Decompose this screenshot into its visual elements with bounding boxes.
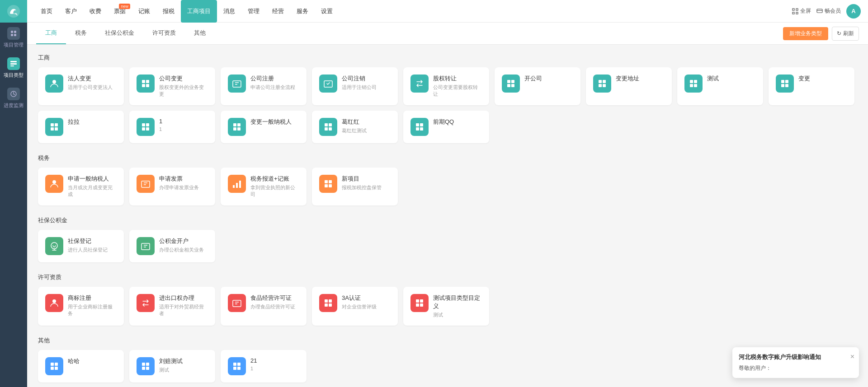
card-change-taxpayer[interactable]: 变更一般纳税人 (221, 111, 307, 143)
card-num1[interactable]: 1 1 (129, 111, 215, 143)
svg-rect-57 (420, 123, 423, 126)
card-new-project[interactable]: 新项目 报税加税控盘保管 (312, 168, 398, 205)
svg-rect-87 (55, 363, 58, 366)
svg-rect-25 (511, 80, 514, 83)
license-card-grid: 商标注册 用于企业商标注册服务 进出口权办理 适用于对外贸易经营者 (38, 287, 857, 326)
card-test1[interactable]: 测试 (677, 67, 763, 105)
sidebar-item-progress-monitor[interactable]: 进度监测 (0, 83, 27, 113)
card-company-change[interactable]: 公司变更 股权变更外的业务变更 (129, 67, 215, 105)
svg-rect-44 (142, 123, 145, 126)
card-company-register[interactable]: 公司注册 申请公司注册全流程 (221, 67, 307, 105)
nav-home[interactable]: 首页 (34, 0, 59, 23)
svg-rect-9 (793, 9, 794, 10)
refresh-button[interactable]: ↻ 刷新 (832, 27, 859, 41)
user-avatar[interactable]: A (846, 4, 861, 19)
card-haha[interactable]: 哈哈 (38, 350, 124, 382)
card-lala[interactable]: 拉拉 (38, 111, 124, 143)
card-apply-taxpayer[interactable]: 申请一般纳税人 当月或次月成变更完成 (38, 168, 124, 205)
3a-cert-icon (319, 294, 337, 312)
project-type-icon (7, 57, 20, 70)
svg-rect-43 (55, 127, 58, 131)
card-company-cancel[interactable]: 公司注销 适用于注销公司 (312, 67, 398, 105)
svg-rect-45 (146, 123, 149, 126)
nav-industry[interactable]: 工商项目 (181, 0, 217, 23)
svg-rect-80 (325, 303, 328, 307)
nav-accounting[interactable]: 记账 (132, 0, 156, 23)
fullscreen-btn[interactable]: 全屏 (792, 7, 811, 15)
tab-social-fund[interactable]: 社保公积金 (96, 23, 143, 44)
svg-point-60 (52, 180, 56, 184)
card-change1[interactable]: 变更 (769, 67, 854, 105)
nav-manage[interactable]: 管理 (241, 0, 266, 23)
card-liupei-test[interactable]: 刘赔测试 测试 (129, 350, 215, 382)
sidebar-item-project-mgmt[interactable]: 项目管理 (0, 23, 27, 53)
invoice-badge: new (119, 4, 130, 9)
num1-icon (137, 118, 155, 136)
svg-rect-71 (142, 243, 150, 250)
card-equity-transfer[interactable]: 股权转让 公司变更需要股权转让 (403, 67, 489, 105)
card-3a-cert[interactable]: 3A认证 对企业信誉评级 (312, 287, 398, 326)
svg-rect-82 (416, 299, 419, 303)
sidebar-item-project-type[interactable]: 项目类型 (0, 53, 27, 83)
nav-message[interactable]: 消息 (217, 0, 241, 23)
legal-change-icon (45, 75, 63, 93)
svg-rect-69 (325, 184, 328, 187)
svg-rect-96 (233, 367, 236, 370)
card-gehonghong[interactable]: 葛红红 葛红红测试 (312, 111, 398, 143)
card-tax-report-accounting[interactable]: 税务报道+记账 拿到营业执照的新公司 (221, 168, 307, 205)
gehonghong-icon (319, 118, 337, 136)
card-test-type-def[interactable]: 测试项目类型目定义 测试 (403, 287, 489, 326)
section-title-license: 许可资质 (38, 273, 857, 281)
nav-tax[interactable]: 报税 (156, 0, 181, 23)
tab-license[interactable]: 许可资质 (143, 23, 185, 44)
navbar: 首页 客户 收费 票据 new 记账 报税 工商项目 消息 管理 经营 服务 设… (27, 0, 868, 23)
svg-rect-59 (420, 127, 423, 131)
svg-rect-46 (142, 127, 145, 131)
svg-rect-89 (55, 367, 58, 370)
svg-rect-30 (599, 84, 602, 87)
apply-invoice-icon (137, 175, 155, 193)
card-social-register[interactable]: 社保登记 进行人员社保登记 (38, 230, 124, 262)
progress-monitor-icon (7, 88, 20, 100)
notification-content: 尊敬的用户： (739, 364, 853, 373)
content-area: 工商 税务 社保公积金 许可资质 其他 新增业务类型 ↻ 刷新 工商 (27, 23, 868, 387)
apply-taxpayer-icon (45, 175, 63, 193)
svg-rect-90 (142, 363, 145, 366)
open-company-icon (502, 75, 520, 93)
change-taxpayer-icon (228, 118, 246, 136)
card-import-export[interactable]: 进出口权办理 适用于对外贸易经营者 (129, 287, 215, 326)
new-project-icon (319, 175, 337, 193)
card-legal-change[interactable]: 法人变更 适用于公司变更法人 (38, 67, 124, 105)
svg-rect-56 (416, 123, 419, 126)
nav-billing[interactable]: 收费 (83, 0, 108, 23)
nav-invoice[interactable]: 票据 new (108, 0, 132, 23)
lala-icon (45, 118, 63, 136)
sidebar-logo[interactable] (0, 0, 27, 23)
nav-client[interactable]: 客户 (59, 0, 83, 23)
card-open-company[interactable]: 开公司 (495, 67, 580, 105)
card-food-license[interactable]: 食品经营许可证 办理食品经营许可证 (221, 287, 307, 326)
tab-industry[interactable]: 工商 (36, 23, 66, 44)
svg-rect-66 (239, 181, 241, 188)
svg-rect-54 (325, 127, 328, 131)
nav-operation[interactable]: 经营 (266, 0, 290, 23)
nav-settings[interactable]: 设置 (315, 0, 339, 23)
card-fund-account[interactable]: 公积金开户 办理公积金相关业务 (129, 230, 215, 262)
member-btn[interactable]: 畅会员 (816, 7, 841, 15)
tab-other[interactable]: 其他 (185, 23, 215, 44)
svg-rect-11 (793, 12, 794, 14)
card-prev-qq[interactable]: 前期QQ (403, 111, 489, 143)
svg-rect-32 (690, 80, 693, 83)
card-change-address[interactable]: 变更地址 (586, 67, 672, 105)
nav-service[interactable]: 服务 (290, 0, 315, 23)
card-num21[interactable]: 21 1 (221, 350, 307, 382)
card-apply-invoice[interactable]: 申请发票 办理申请发票业务 (129, 168, 215, 205)
svg-rect-29 (603, 80, 606, 83)
test-type-def-icon (410, 294, 429, 312)
notification-close-btn[interactable]: × (850, 351, 854, 363)
card-trademark[interactable]: 商标注册 用于企业商标注册服务 (38, 287, 124, 326)
tab-tax[interactable]: 税务 (66, 23, 96, 44)
svg-rect-81 (329, 303, 332, 307)
notification-popup: × 河北税务数字账户升级影响通知 尊敬的用户： (732, 347, 859, 378)
new-type-button[interactable]: 新增业务类型 (783, 27, 828, 40)
